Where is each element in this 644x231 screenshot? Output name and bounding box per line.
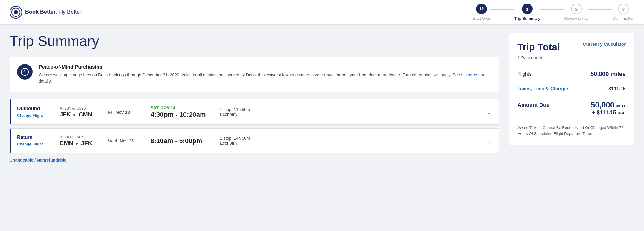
- return-departure-date: Wed, Nov 25: [108, 138, 141, 143]
- flight-direction-return: Return Change Flight: [17, 135, 50, 147]
- return-chevron[interactable]: ⌄: [487, 137, 492, 144]
- outbound-stops: 1 stop, 11h 50m Economy: [220, 107, 265, 117]
- changeable-note: Changeable / Nonrefundable: [10, 158, 499, 162]
- peace-of-mind-box: Peace-of-Mind Purchasing We are waiving …: [10, 57, 499, 92]
- step-circle-1: 1: [522, 4, 533, 14]
- flights-value: 50,000 miles: [590, 71, 626, 77]
- logo-area: Book Better. Fly Better.: [10, 6, 83, 19]
- pom-title: Peace-of-Mind Purchasing: [39, 64, 492, 70]
- amount-due-value: 50,000 miles miles + $111.15 USD USD: [591, 100, 626, 116]
- step-circle-3: 3: [618, 4, 629, 14]
- outbound-times: 4:30pm - 10:20am: [151, 111, 210, 118]
- logo-icon: [10, 6, 22, 19]
- passenger-count: 1 Passenger: [517, 55, 626, 60]
- step-review-pay[interactable]: 2 Review & Pay: [564, 4, 588, 21]
- taxes-label: Taxes, Fees & Charges: [517, 86, 569, 92]
- pom-body: We are waiving change fees on Delta book…: [39, 72, 492, 84]
- outbound-departure-date: Fri, Nov 13: [108, 110, 141, 115]
- amount-due-row: Amount Due 50,000 miles miles + $111.15 …: [517, 96, 626, 120]
- step-label-confirmation: Confirmation: [612, 16, 634, 21]
- flight-direction-outbound: Outbound Change Flight: [17, 106, 50, 118]
- flight-route-return: AF1497¹, AF6¹ CMN ► JFK: [60, 135, 98, 147]
- return-stops: 1 stop, 14h 50m Economy: [220, 136, 265, 145]
- return-flight-numbers: AF1497¹, AF6¹: [60, 135, 98, 139]
- step-circle-2: 2: [571, 4, 582, 14]
- return-stops-text: 1 stop, 14h 50m: [220, 136, 265, 141]
- flights-price-row: Flights 50,000 miles: [517, 66, 626, 82]
- step-confirmation[interactable]: 3 Confirmation: [612, 4, 634, 21]
- outbound-time-range: SAT, NOV 14 4:30pm - 10:20am: [151, 105, 210, 118]
- return-times: 8:10am - 5:00pm: [151, 137, 210, 145]
- trip-total-box: Trip Total Currency Calculator 1 Passeng…: [509, 33, 634, 145]
- full-terms-link[interactable]: full terms: [461, 72, 478, 77]
- step-label-review-pay: Review & Pay: [564, 16, 588, 21]
- amount-due-plus: +: [592, 110, 597, 116]
- outbound-arrival-date: SAT, NOV 14: [151, 105, 210, 110]
- step-circle-restart: ↺: [476, 4, 487, 14]
- outbound-label: Outbound: [17, 106, 50, 111]
- amount-due-usd-line: + $111.15 USD USD: [591, 110, 626, 116]
- peace-of-mind-icon: [17, 64, 33, 80]
- left-panel: Trip Summary Peace-of-Mind Purchasing We…: [10, 33, 499, 162]
- outbound-arrow: ►: [73, 112, 77, 117]
- step-connector-2: [540, 9, 564, 10]
- amount-due-usd: $111.15: [597, 110, 616, 116]
- step-start-over[interactable]: ↺ Start Over: [473, 4, 490, 21]
- trip-total-title: Trip Total: [517, 42, 560, 53]
- right-panel: Trip Total Currency Calculator 1 Passeng…: [509, 33, 634, 162]
- step-connector-3: [588, 9, 612, 10]
- return-arrow: ►: [75, 141, 79, 146]
- page-title: Trip Summary: [10, 33, 499, 49]
- outbound-flight-numbers: AF23¹, AF1896¹: [60, 106, 98, 110]
- step-trip-summary[interactable]: 1 Trip Summary: [514, 4, 540, 21]
- taxes-price-row: Taxes, Fees & Charges $111.15: [517, 82, 626, 96]
- return-label: Return: [17, 135, 50, 140]
- outbound-change-flight[interactable]: Change Flight: [17, 113, 43, 118]
- amount-due-usd-unit: USD: [618, 111, 626, 115]
- trip-total-header: Trip Total Currency Calculator: [517, 42, 626, 53]
- step-connector-1: [490, 9, 514, 10]
- return-time-range: 8:10am - 5:00pm: [151, 136, 210, 145]
- main-container: Trip Summary Peace-of-Mind Purchasing We…: [0, 25, 644, 171]
- currency-calculator-link[interactable]: Currency Calculator: [583, 42, 626, 47]
- amount-due-label: Amount Due: [517, 100, 549, 108]
- return-route-codes: CMN ► JFK: [60, 140, 98, 147]
- outbound-class: Economy: [220, 112, 265, 117]
- return-change-flight[interactable]: Change Flight: [17, 142, 43, 146]
- svg-point-2: [14, 10, 18, 14]
- amount-due-miles: 50,000: [591, 100, 615, 109]
- award-notice: Award Tickets Cannot Be Redeposited Or C…: [517, 125, 626, 136]
- flight-route-outbound: AF23¹, AF1896¹ JFK ► CMN: [60, 106, 98, 118]
- top-bar: Book Better. Fly Better. ↺ Start Over 1 …: [0, 0, 644, 25]
- step-label-trip-summary: Trip Summary: [514, 16, 540, 21]
- outbound-route-codes: JFK ► CMN: [60, 111, 98, 118]
- progress-bar: ↺ Start Over 1 Trip Summary 2 Review & P…: [473, 4, 634, 21]
- logo-text: Book Better. Fly Better.: [25, 9, 83, 15]
- taxes-value: $111.15: [608, 86, 626, 92]
- flight-card-return: Return Change Flight AF1497¹, AF6¹ CMN ►…: [10, 128, 499, 153]
- amount-due-miles-line: 50,000 miles miles: [591, 100, 626, 110]
- flight-card-outbound: Outbound Change Flight AF23¹, AF1896¹ JF…: [10, 99, 499, 125]
- peace-of-mind-content: Peace-of-Mind Purchasing We are waiving …: [39, 64, 492, 84]
- step-label-start-over: Start Over: [473, 16, 490, 21]
- flights-label: Flights: [517, 72, 531, 77]
- outbound-stops-text: 1 stop, 11h 50m: [220, 107, 265, 112]
- return-class: Economy: [220, 141, 265, 145]
- amount-due-miles-unit: miles: [616, 104, 626, 108]
- outbound-chevron[interactable]: ⌄: [487, 108, 492, 116]
